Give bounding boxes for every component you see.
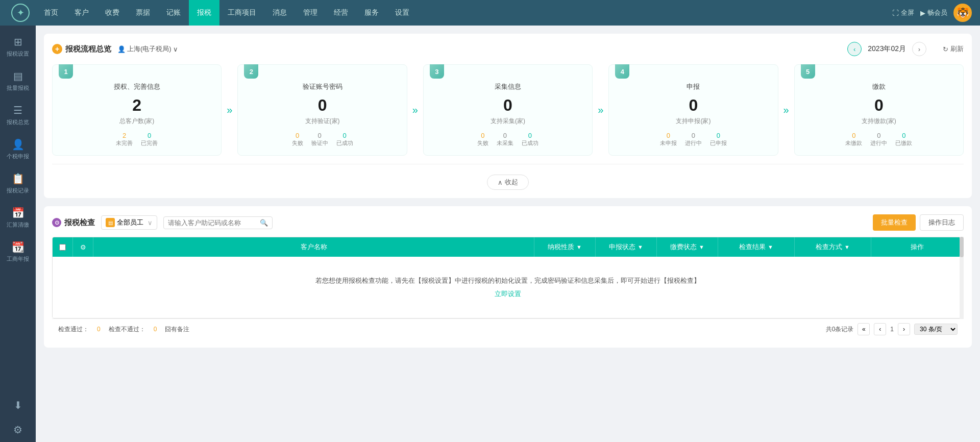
search-icon[interactable]: 🔍 bbox=[260, 219, 268, 227]
search-input[interactable] bbox=[168, 219, 260, 227]
user-avatar[interactable]: 🐯 bbox=[953, 4, 972, 22]
first-page-btn[interactable]: « bbox=[857, 323, 870, 335]
step3-fail-lbl: 失败 bbox=[477, 139, 488, 147]
setup-link[interactable]: 立即设置 bbox=[495, 287, 521, 301]
sidebar-item-tax-overview[interactable]: ☰ 报税总览 bbox=[0, 98, 36, 132]
logo-icon: ✦ bbox=[11, 4, 30, 22]
batch-check-button[interactable]: 批量检查 bbox=[873, 214, 916, 231]
step-5-count: 0 bbox=[803, 95, 955, 115]
step-2-stats: 0 失败 0 验证中 0 已成功 bbox=[246, 132, 398, 147]
step-4-stats: 0 未申报 0 进行中 0 已申报 bbox=[617, 132, 769, 147]
nav-fee[interactable]: 收费 bbox=[97, 0, 128, 26]
fullscreen-icon: ⛶ bbox=[892, 9, 899, 17]
nav-business[interactable]: 工商项目 bbox=[219, 0, 264, 26]
prev-page-btn[interactable]: ‹ bbox=[874, 323, 886, 335]
nav-tax[interactable]: 报税 bbox=[189, 0, 219, 26]
step3-success-val: 0 bbox=[522, 132, 538, 139]
pass-count[interactable]: 0 bbox=[97, 326, 101, 333]
filter-icon-1: ▼ bbox=[576, 244, 582, 250]
th-payment-status[interactable]: 缴费状态 ▼ bbox=[657, 237, 718, 257]
nav-operation[interactable]: 经营 bbox=[326, 0, 356, 26]
step5-pending-lbl: 进行中 bbox=[870, 139, 887, 147]
nav-client[interactable]: 客户 bbox=[66, 0, 97, 26]
next-page-btn[interactable]: › bbox=[898, 323, 910, 335]
step1-success-val: 0 bbox=[141, 132, 158, 139]
next-month-btn[interactable]: › bbox=[912, 42, 926, 56]
step-2-count: 0 bbox=[246, 95, 398, 115]
step2-fail-val: 0 bbox=[292, 132, 303, 139]
location-person-icon: 👤 bbox=[117, 45, 126, 53]
operation-log-button[interactable]: 操作日志 bbox=[920, 214, 964, 231]
sidebar-item-annual-report[interactable]: 📆 工商年报 bbox=[0, 235, 36, 269]
step4-success-lbl: 已申报 bbox=[710, 139, 727, 147]
nav-accounting[interactable]: 记账 bbox=[158, 0, 189, 26]
sidebar-item-personal-tax[interactable]: 👤 个税申报 bbox=[0, 132, 36, 166]
gear-icon: ⚙ bbox=[13, 424, 22, 436]
step-3-subtitle: 支持采集(家) bbox=[432, 117, 584, 126]
nav-service[interactable]: 服务 bbox=[356, 0, 387, 26]
nav-settings[interactable]: 设置 bbox=[387, 0, 418, 26]
filter-icon-2: ▼ bbox=[638, 244, 643, 250]
step2-pending-lbl: 验证中 bbox=[311, 139, 328, 147]
has-note: 囧有备注 bbox=[165, 325, 189, 334]
th-checkbox[interactable] bbox=[53, 237, 73, 257]
fail-label: 检查不通过： bbox=[109, 325, 145, 334]
sidebar-gear[interactable]: ⚙ bbox=[0, 418, 36, 442]
scrollbar-thumb[interactable] bbox=[960, 237, 964, 257]
fail-count[interactable]: 0 bbox=[154, 326, 157, 333]
step-1-card: 1 授权、完善信息 2 总客户数(家) 2 未完善 0 已完善 bbox=[52, 64, 222, 156]
table-header: ⚙ 客户名称 纳税性质 ▼ 申报状态 ▼ 缴费状态 ▼ bbox=[53, 237, 963, 257]
step-4-title: 申报 bbox=[617, 82, 769, 91]
nav-ticket[interactable]: 票据 bbox=[128, 0, 158, 26]
step-2-number: 2 bbox=[244, 64, 258, 79]
collapse-button[interactable]: ∧ 收起 bbox=[487, 175, 529, 190]
sidebar-item-tax-record[interactable]: 📋 报税记录 bbox=[0, 166, 36, 201]
step-4-subtitle: 支持申报(家) bbox=[617, 117, 769, 126]
date-navigation: ‹ 2023年02月 › bbox=[847, 42, 926, 56]
th-declare-status[interactable]: 申报状态 ▼ bbox=[596, 237, 657, 257]
arrow-1: » bbox=[226, 64, 233, 156]
sidebar-item-batch-tax[interactable]: ▤ 批量报税 bbox=[0, 64, 36, 98]
select-all-checkbox[interactable] bbox=[59, 244, 66, 251]
nav-home[interactable]: 首页 bbox=[36, 0, 66, 26]
step4-pending-val: 0 bbox=[685, 132, 702, 139]
table-scrollbar[interactable] bbox=[960, 237, 964, 318]
sidebar-item-tax-settings[interactable]: ⊞ 报税设置 bbox=[0, 30, 36, 64]
fullscreen-btn[interactable]: ⛶ 全屏 bbox=[892, 8, 914, 17]
table-footer: 检查通过： 0 检查不通过： 0 囧有备注 共0条记录 « ‹ 1 › 30 条… bbox=[52, 318, 964, 339]
sidebar-download[interactable]: ⬇ bbox=[0, 393, 36, 418]
refresh-button[interactable]: ↻ 刷新 bbox=[943, 44, 964, 54]
arrow-3: » bbox=[597, 64, 604, 156]
step-3-count: 0 bbox=[432, 95, 584, 115]
step2-success-lbl: 已成功 bbox=[336, 139, 353, 147]
plus-icon: + bbox=[52, 44, 62, 54]
nav-message[interactable]: 消息 bbox=[264, 0, 295, 26]
th-settings[interactable]: ⚙ bbox=[73, 237, 93, 257]
per-page-select[interactable]: 30 条/页 50 条/页 100 条/页 bbox=[914, 324, 958, 335]
sidebar: ⊞ 报税设置 ▤ 批量报税 ☰ 报税总览 👤 个税申报 📋 报税记录 📅 汇算清… bbox=[0, 26, 36, 442]
steps-container: 1 授权、完善信息 2 总客户数(家) 2 未完善 0 已完善 » bbox=[52, 64, 964, 156]
staff-icon: ▤ bbox=[106, 218, 115, 227]
arrow-2: » bbox=[411, 64, 419, 156]
top-right-actions: ⛶ 全屏 ▶ 畅会员 🐯 bbox=[892, 4, 980, 22]
step-2-card: 2 验证账号密码 0 支持验证(家) 0 失败 0 验证中 0 已成功 bbox=[237, 64, 407, 156]
prev-month-btn[interactable]: ‹ bbox=[847, 42, 862, 56]
staff-selector[interactable]: ▤ 全部员工 ∨ bbox=[101, 215, 157, 230]
th-check-result[interactable]: 检查结果 ▼ bbox=[718, 237, 795, 257]
flow-title: + 报税流程总览 bbox=[52, 44, 111, 54]
sidebar-item-annual-settlement[interactable]: 📅 汇算清缴 bbox=[0, 201, 36, 235]
step-3-number: 3 bbox=[430, 64, 444, 79]
step4-pending-lbl: 进行中 bbox=[685, 139, 702, 147]
step-4-number: 4 bbox=[615, 64, 629, 79]
location-selector[interactable]: 👤 上海(电子税局) ∨ bbox=[117, 44, 178, 54]
step-2-title: 验证账号密码 bbox=[246, 82, 398, 91]
step2-pending-val: 0 bbox=[311, 132, 328, 139]
tax-check-card: ⊙ 报税检查 ▤ 全部员工 ∨ 🔍 批量检查 操作日志 bbox=[44, 206, 972, 348]
vip-btn[interactable]: ▶ 畅会员 bbox=[920, 8, 947, 17]
th-check-method[interactable]: 检查方式 ▼ bbox=[795, 237, 871, 257]
location-dropdown-icon: ∨ bbox=[173, 45, 178, 53]
th-tax-nature[interactable]: 纳税性质 ▼ bbox=[534, 237, 596, 257]
action-buttons: 批量检查 操作日志 bbox=[873, 214, 964, 231]
step-3-title: 采集信息 bbox=[432, 82, 584, 91]
nav-manage[interactable]: 管理 bbox=[295, 0, 326, 26]
